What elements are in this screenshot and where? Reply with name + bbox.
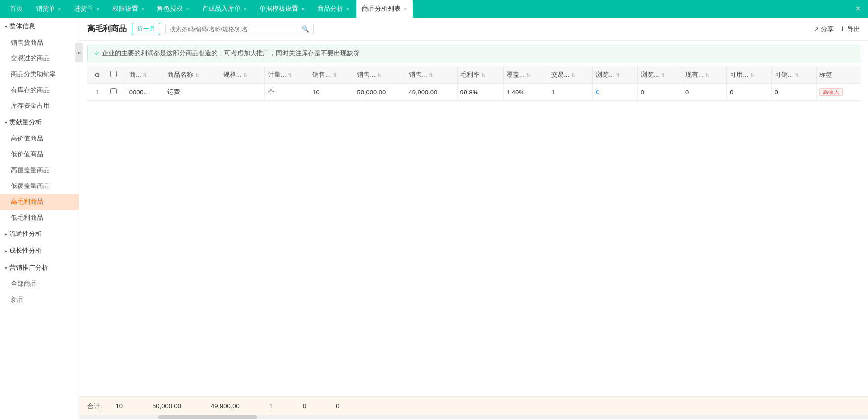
cell-unit: 个 <box>264 84 309 101</box>
sort-icon-coverage: ⇅ <box>526 72 530 78</box>
content-header: 高毛利商品 近一月 🔍 ↗ 分享 ⤓ 导出 <box>79 18 868 41</box>
col-spec[interactable]: 规格... ⇅ <box>220 66 264 84</box>
cell-gross-margin: 99.8% <box>457 84 503 101</box>
sidebar-group-overall[interactable]: ▾ 整体信息 <box>0 18 79 35</box>
sidebar-group-growth[interactable]: ▸ 成长性分析 <box>0 242 79 259</box>
export-label: 导出 <box>847 25 860 34</box>
col-code[interactable]: 商... ⇅ <box>126 66 164 84</box>
sidebar-group-overall-label: 整体信息 <box>9 22 35 31</box>
tab-role-close[interactable]: × <box>186 6 189 12</box>
tab-analysis-list-close[interactable]: × <box>404 6 407 12</box>
cell-sales-cost: 49,900.00 <box>406 84 457 101</box>
col-name[interactable]: 商品名称 ⇅ <box>164 66 220 84</box>
tab-purchase-close[interactable]: × <box>96 6 99 12</box>
footer-transaction: 1 <box>269 402 273 410</box>
settings-icon: ⚙ <box>94 71 100 79</box>
sidebar-group-liquidity-label: 流通性分析 <box>9 230 42 238</box>
sidebar-item-all-goods[interactable]: 全部商品 <box>0 276 79 292</box>
sidebar-group-growth-label: 成长性分析 <box>9 246 42 255</box>
top-navigation: 首页 销货单 × 进货单 × 权限设置 × 角色授权 × 产成品入库单 × 单据… <box>0 0 868 18</box>
tab-home[interactable]: 首页 <box>4 0 29 18</box>
cell-name: 运费 <box>164 84 220 101</box>
sidebar-item-low-value[interactable]: 低价值商品 <box>0 146 79 162</box>
tab-analysis-list[interactable]: 商品分析列表 × <box>356 0 412 18</box>
col-settings[interactable]: ⚙ <box>87 66 107 84</box>
col-browse1[interactable]: 浏览... ⇅ <box>593 66 637 84</box>
sidebar-item-low-margin[interactable]: 低毛利商品 <box>0 210 79 226</box>
tab-role-label: 角色授权 <box>157 4 183 13</box>
sort-icon-current-stock: ⇅ <box>705 72 709 78</box>
tab-template[interactable]: 单据模板设置 × <box>254 0 310 18</box>
footer-current-stock: 0 <box>303 402 306 410</box>
search-icon[interactable]: 🔍 <box>302 25 309 33</box>
tab-permission[interactable]: 权限设置 × <box>106 0 150 18</box>
tab-permission-close[interactable]: × <box>141 6 144 12</box>
col-tag[interactable]: 标签 <box>816 66 860 84</box>
sidebar-item-traded-goods[interactable]: 交易过的商品 <box>0 50 79 66</box>
sidebar-collapse-button[interactable]: « <box>75 43 83 62</box>
sidebar-item-category-assist[interactable]: 商品分类助销率 <box>0 66 79 82</box>
search-input[interactable] <box>170 26 302 33</box>
cell-available-stock: 0 <box>727 84 771 101</box>
cell-browse1[interactable]: 0 <box>593 84 637 101</box>
sidebar-item-stock-capital[interactable]: 库存资金占用 <box>0 98 79 114</box>
tab-sales[interactable]: 销货单 × <box>30 0 67 18</box>
row-checkbox[interactable] <box>110 88 117 94</box>
tab-sales-label: 销货单 <box>36 4 55 13</box>
sidebar-item-low-coverage[interactable]: 低覆盖量商品 <box>0 178 79 194</box>
col-saleable-stock[interactable]: 可销... ⇅ <box>771 66 816 84</box>
filter-recent-month-button[interactable]: 近一月 <box>132 23 160 35</box>
col-sales-qty[interactable]: 销售... ⇅ <box>309 66 354 84</box>
footer-available-stock: 0 <box>336 402 339 410</box>
sidebar-item-high-value[interactable]: 高价值商品 <box>0 131 79 146</box>
sort-icon-browse1: ⇅ <box>616 72 620 78</box>
close-all-button[interactable]: × <box>852 4 864 13</box>
footer-values: 10 50,000.00 49,900.00 1 0 0 <box>116 402 860 410</box>
scrollbar-thumb[interactable] <box>158 415 257 419</box>
sidebar-group-marketing[interactable]: ▾ 营销推广分析 <box>0 259 79 276</box>
sidebar-group-contribution-label: 贡献量分析 <box>9 118 42 127</box>
data-table: ⚙ 商... ⇅ 商品名称 ⇅ 规格... ⇅ 计量... ⇅ 销售... ⇅ … <box>87 66 860 101</box>
sidebar-item-stock-goods[interactable]: 有库存的商品 <box>0 82 79 98</box>
sidebar-item-high-coverage[interactable]: 高覆盖量商品 <box>0 162 79 178</box>
footer-sales-cost: 49,900.00 <box>211 402 240 410</box>
sidebar-item-sales-goods[interactable]: 销售货商品 <box>0 35 79 50</box>
cell-checkbox[interactable] <box>107 84 126 101</box>
tab-purchase[interactable]: 进货单 × <box>68 0 105 18</box>
cell-current-stock: 0 <box>682 84 727 101</box>
tab-analysis-list-label: 商品分析列表 <box>362 4 401 13</box>
tab-product-in-close[interactable]: × <box>244 6 247 12</box>
col-transaction[interactable]: 交易... ⇅ <box>548 66 593 84</box>
col-browse2[interactable]: 浏览... ⇅ <box>637 66 682 84</box>
col-current-stock[interactable]: 现有... ⇅ <box>682 66 727 84</box>
export-button[interactable]: ⤓ 导出 <box>840 25 860 34</box>
col-coverage[interactable]: 覆盖... ⇅ <box>503 66 548 84</box>
arrow-contribution: ▾ <box>5 120 7 125</box>
col-gross-margin[interactable]: 毛利率 ⇅ <box>457 66 503 84</box>
share-icon: ↗ <box>814 25 819 33</box>
col-checkbox[interactable] <box>107 66 126 84</box>
tab-analysis-close[interactable]: × <box>346 6 349 12</box>
sidebar-item-high-margin[interactable]: 高毛利商品 <box>0 194 79 210</box>
table-header-row: ⚙ 商... ⇅ 商品名称 ⇅ 规格... ⇅ 计量... ⇅ 销售... ⇅ … <box>87 66 860 84</box>
header-actions: ↗ 分享 ⤓ 导出 <box>814 25 860 34</box>
col-sales-amount[interactable]: 销售... ⇅ <box>354 66 406 84</box>
sort-icon-code: ⇅ <box>143 72 147 78</box>
cell-tag: 高收入 <box>816 84 860 101</box>
sidebar-group-liquidity[interactable]: ▸ 流通性分析 <box>0 226 79 242</box>
tab-product-in[interactable]: 产成品入库单 × <box>196 0 253 18</box>
cell-spec <box>220 84 264 101</box>
select-all-checkbox[interactable] <box>110 71 117 77</box>
tab-role[interactable]: 角色授权 × <box>151 0 195 18</box>
sidebar-item-new-goods[interactable]: 新品 <box>0 292 79 308</box>
sidebar-group-contribution[interactable]: ▾ 贡献量分析 <box>0 114 79 131</box>
tab-template-close[interactable]: × <box>301 6 304 12</box>
tab-sales-close[interactable]: × <box>58 6 61 12</box>
share-button[interactable]: ↗ 分享 <box>814 25 834 34</box>
col-available-stock[interactable]: 可用... ⇅ <box>727 66 771 84</box>
col-unit[interactable]: 计量... ⇅ <box>264 66 309 84</box>
share-label: 分享 <box>821 25 834 34</box>
bottom-scrollbar[interactable] <box>79 415 868 419</box>
col-sales-cost[interactable]: 销售... ⇅ <box>406 66 457 84</box>
tab-analysis[interactable]: 商品分析 × <box>311 0 355 18</box>
